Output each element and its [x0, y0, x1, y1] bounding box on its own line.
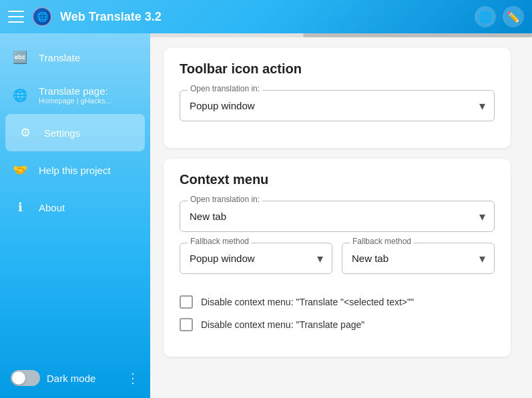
context-menu-open-translation-label: Open translation in:: [188, 195, 262, 204]
sidebar-item-help[interactable]: 🤝 Help this project: [0, 151, 150, 189]
app-logo: 🌐: [32, 7, 52, 27]
content-inner: Toolbar icon action Open translation in:…: [150, 37, 524, 378]
sidebar-item-translate-page[interactable]: 🌐 Translate page: Homepage | gHacks...: [0, 76, 150, 114]
toolbar-open-translation-select[interactable]: Popup window New tab Sidebar Current tab: [180, 90, 495, 121]
scroll-indicator: [150, 33, 532, 37]
sidebar-item-about-label: About: [39, 202, 65, 213]
context-menu-section-title: Context menu: [180, 172, 495, 187]
app-title: Web Translate 3.2: [60, 10, 467, 24]
fallback-right-select[interactable]: New tab Popup window Sidebar: [342, 243, 495, 274]
checkbox-translate-page-row: Disable context menu: "Translate page": [180, 318, 495, 331]
edit-icon-btn[interactable]: ✏️: [503, 6, 524, 27]
sidebar-item-translate-label: Translate: [39, 52, 80, 63]
dark-mode-label: Dark mode: [47, 373, 119, 384]
fallback-right-label: Fallback method: [350, 237, 414, 246]
dark-mode-toggle[interactable]: [11, 370, 40, 386]
toolbar-section-card: Toolbar icon action Open translation in:…: [164, 48, 511, 148]
sidebar-item-translate[interactable]: 🔤 Translate: [0, 39, 150, 76]
titlebar-actions: 🌐 ✏️: [475, 6, 524, 27]
checkbox-selected-text[interactable]: [180, 295, 193, 309]
menu-icon[interactable]: [8, 11, 24, 23]
context-menu-open-translation-field: Open translation in: New tab Popup windo…: [180, 201, 495, 232]
fallback-methods-row: Fallback method Popup window New tab Sid…: [180, 243, 495, 285]
fallback-left-field: Fallback method Popup window New tab Sid…: [180, 243, 332, 274]
toolbar-open-translation-label: Open translation in:: [188, 84, 262, 93]
toggle-thumb: [12, 371, 25, 385]
context-menu-section-card: Context menu Open translation in: New ta…: [164, 159, 511, 357]
checkbox-selected-text-row: Disable context menu: "Translate "<selec…: [180, 295, 495, 309]
checkbox-translate-page[interactable]: [180, 318, 193, 331]
checkbox-selected-text-label: Disable context menu: "Translate "<selec…: [201, 297, 414, 307]
context-menu-open-translation-select[interactable]: New tab Popup window Sidebar Current tab: [180, 201, 495, 232]
sidebar-item-about[interactable]: ℹ About: [0, 189, 150, 226]
toolbar-section-title: Toolbar icon action: [180, 61, 495, 77]
toolbar-open-translation-dropdown-wrapper: Popup window New tab Sidebar Current tab…: [180, 90, 495, 121]
info-icon: ℹ: [11, 198, 29, 217]
sidebar: 🔤 Translate 🌐 Translate page: Homepage |…: [0, 33, 150, 398]
fallback-left-select[interactable]: Popup window New tab Sidebar: [180, 243, 332, 274]
fallback-left-label: Fallback method: [188, 237, 252, 246]
fallback-right-wrapper: New tab Popup window Sidebar ▾: [342, 243, 495, 274]
globe-icon-btn[interactable]: 🌐: [475, 6, 496, 27]
more-options-icon[interactable]: ⋮: [126, 370, 140, 386]
fallback-right-field: Fallback method New tab Popup window Sid…: [342, 243, 495, 274]
help-icon: 🤝: [11, 161, 29, 179]
sidebar-item-settings[interactable]: ⚙ Settings: [5, 114, 145, 151]
titlebar: 🌐 Web Translate 3.2 🌐 ✏️: [0, 0, 532, 33]
checkbox-translate-page-label: Disable context menu: "Translate page": [201, 319, 364, 330]
fallback-left-wrapper: Popup window New tab Sidebar ▾: [180, 243, 332, 274]
translate-page-icon: 🌐: [11, 86, 29, 105]
scroll-thumb: [303, 33, 532, 37]
toolbar-open-translation-field: Open translation in: Popup window New ta…: [180, 90, 495, 121]
context-menu-open-translation-dropdown-wrapper: New tab Popup window Sidebar Current tab…: [180, 201, 495, 232]
sidebar-item-translate-page-subtitle: Homepage | gHacks...: [39, 97, 111, 105]
sidebar-item-translate-page-label: Translate page:: [39, 85, 111, 97]
sidebar-item-settings-label: Settings: [44, 127, 80, 139]
content-area: Toolbar icon action Open translation in:…: [150, 33, 532, 398]
dark-mode-row: Dark mode ⋮: [0, 363, 150, 393]
translate-icon: 🔤: [11, 48, 29, 67]
sidebar-item-help-label: Help this project: [39, 165, 111, 176]
settings-icon: ⚙: [16, 123, 35, 142]
main-layout: 🔤 Translate 🌐 Translate page: Homepage |…: [0, 33, 532, 398]
